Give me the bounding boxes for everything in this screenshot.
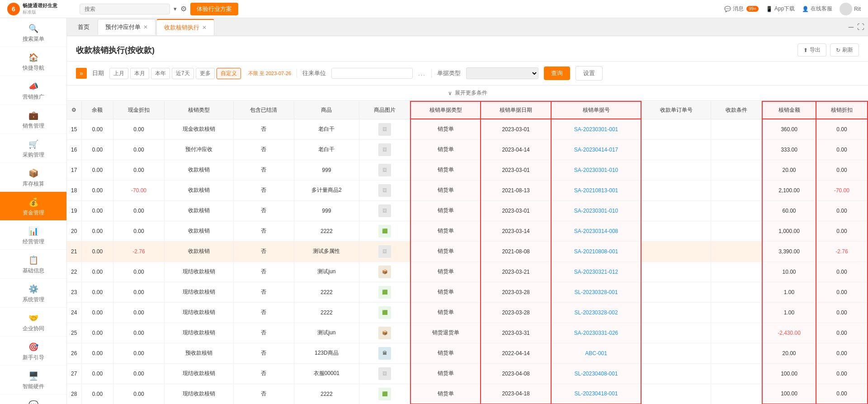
tab-receipts[interactable]: 收款核销执行 ✕	[156, 19, 214, 35]
td-verify-doc-date: 2023-03-01	[481, 119, 551, 139]
td-receipt-order	[641, 139, 711, 160]
td-verify-doc-no[interactable]: SA-20230321-012	[551, 261, 641, 282]
td-verify-discount: 0.00	[816, 200, 868, 221]
table-row: 26 0.00 0.00 预收款核销 否 123D商品 🏛 销货单 2022-0…	[67, 343, 868, 363]
td-verify-doc-no[interactable]: SL-20230328-001	[551, 282, 641, 302]
table-settings-button[interactable]: 设置	[576, 66, 603, 81]
td-verify-doc-type: 销货单	[410, 200, 481, 221]
gear-icon[interactable]: ⚙	[180, 5, 187, 13]
doc-no-link[interactable]: SA-20230321-012	[574, 269, 618, 275]
td-goods-image: 🟩	[359, 221, 410, 241]
doc-no-link[interactable]: SL-20230328-001	[575, 289, 618, 295]
doc-no-link[interactable]: SA-20210808-001	[574, 248, 618, 255]
sidebar-item-13[interactable]: 💬企业微信	[0, 394, 66, 404]
sidebar-item-11[interactable]: 🎯新手引导	[0, 337, 66, 366]
td-verify-amount: 1.00	[762, 302, 816, 323]
doc-no-link[interactable]: SA-20230301-001	[574, 126, 618, 133]
td-verify-doc-no[interactable]: SA-20230301-010	[551, 200, 641, 221]
td-verify-doc-no[interactable]: SA-20230331-026	[551, 323, 641, 343]
query-button[interactable]: 查询	[544, 67, 570, 80]
tab-minimize-btn[interactable]: ─	[849, 23, 854, 31]
sidebar-item-2[interactable]: 📣营销推广	[0, 76, 66, 105]
td-verify-doc-no[interactable]: ABC-001	[551, 343, 641, 363]
td-verify-discount: 0.00	[816, 323, 868, 343]
sidebar-item-9[interactable]: ⚙️系统管理	[0, 279, 66, 308]
sidebar-item-5[interactable]: 📦库存核算	[0, 163, 66, 192]
td-goods-image: 🏛	[359, 343, 410, 363]
partner-dots[interactable]: ...	[418, 70, 426, 77]
td-receipt-condition	[711, 119, 762, 139]
td-verify-doc-no[interactable]: SA-20230314-008	[551, 221, 641, 241]
sidebar-item-6[interactable]: 💰资金管理	[0, 192, 66, 221]
td-num: 24	[67, 302, 81, 323]
doc-no-link[interactable]: SL-20230408-001	[575, 371, 618, 377]
date-btn-last-month[interactable]: 上月	[109, 68, 128, 79]
td-verify-amount: 333.00	[762, 139, 816, 160]
td-verify-amount: -2,430.00	[762, 323, 816, 343]
sidebar-item-12[interactable]: 🖥️智能硬件	[0, 366, 66, 394]
td-verify-doc-no[interactable]: SL-20230418-001	[551, 384, 641, 404]
refresh-button[interactable]: ↻ 刷新	[830, 43, 859, 57]
tab-receipts-close[interactable]: ✕	[202, 24, 207, 31]
td-verify-type: 现结收款核销	[164, 363, 234, 384]
export-button[interactable]: ⬆ 导出	[797, 43, 826, 57]
sidebar-item-10[interactable]: 🤝企业协同	[0, 308, 66, 337]
doc-no-link[interactable]: SL-20230328-002	[575, 309, 618, 316]
logo-area: 6 畅捷通谱好生意 标准版	[7, 2, 74, 15]
online-service-label: 在线客服	[811, 5, 832, 13]
sidebar-item-4[interactable]: 🛒采购管理	[0, 134, 66, 163]
td-verify-doc-no[interactable]: SA-20230301-001	[551, 119, 641, 139]
sidebar-item-3[interactable]: 💼销售管理	[0, 105, 66, 134]
td-receipt-condition	[711, 160, 762, 180]
td-verify-doc-no[interactable]: SL-20230408-001	[551, 363, 641, 384]
td-receipt-condition	[711, 323, 762, 343]
online-service-item[interactable]: 👤 在线客服	[802, 5, 832, 13]
filter-expand-button[interactable]: »	[76, 68, 87, 79]
tab-prepay[interactable]: 预付冲应付单 ✕	[98, 19, 156, 35]
table-row: 15 0.00 0.00 现金收款核销 否 老白干 🖼 销货单 2023-03-…	[67, 119, 868, 139]
industry-button[interactable]: 体验行业方案	[190, 3, 238, 15]
sidebar-item-8[interactable]: 📋基础信息	[0, 250, 66, 279]
sidebar-icon-1: 🏠	[28, 52, 38, 62]
date-btn-7days[interactable]: 近7天	[172, 68, 194, 79]
doc-no-link[interactable]: SA-20230331-026	[574, 330, 618, 336]
td-verify-doc-no[interactable]: SL-20230328-002	[551, 302, 641, 323]
user-item[interactable]: Rit	[840, 3, 861, 15]
date-btn-more[interactable]: 更多	[196, 68, 215, 79]
doc-type-select[interactable]	[466, 67, 538, 79]
td-verify-doc-no[interactable]: SA-20230414-017	[551, 139, 641, 160]
partner-input[interactable]	[331, 68, 413, 79]
doc-no-link[interactable]: SL-20230418-001	[575, 390, 618, 397]
messages-item[interactable]: 💬 消息 99+	[724, 5, 759, 13]
sidebar-label-8: 基础信息	[23, 267, 44, 275]
expand-conditions-bar[interactable]: ∨ 展开更多条件	[67, 86, 868, 101]
td-receipt-condition	[711, 241, 762, 261]
td-verify-doc-type: 销货单	[410, 363, 481, 384]
tab-prepay-close[interactable]: ✕	[143, 24, 148, 30]
doc-no-link[interactable]: SA-20230301-010	[574, 208, 618, 214]
doc-no-link[interactable]: SA-20230301-010	[574, 167, 618, 173]
sidebar-item-1[interactable]: 🏠快捷导航	[0, 47, 66, 76]
td-verify-doc-no[interactable]: SA-20230301-010	[551, 160, 641, 180]
dropdown-icon[interactable]: ▾	[174, 5, 177, 12]
td-verify-amount: 100.00	[762, 363, 816, 384]
td-include-settled: 否	[234, 282, 294, 302]
doc-no-link[interactable]: ABC-001	[585, 350, 607, 356]
tab-maximize-btn[interactable]: ⛶	[857, 23, 864, 31]
td-verify-doc-no[interactable]: SA-20210813-001	[551, 180, 641, 200]
date-btn-this-month[interactable]: 本月	[130, 68, 149, 79]
sidebar-icon-0: 🔍	[28, 24, 38, 33]
td-balance: 0.00	[81, 302, 113, 323]
doc-no-link[interactable]: SA-20230414-017	[574, 147, 618, 153]
sidebar-item-7[interactable]: 📊经营管理	[0, 221, 66, 250]
doc-no-link[interactable]: SA-20210813-001	[574, 187, 618, 194]
doc-no-link[interactable]: SA-20230314-008	[574, 228, 618, 234]
search-input[interactable]	[80, 4, 170, 14]
date-btn-this-year[interactable]: 本年	[151, 68, 170, 79]
td-verify-discount: 0.00	[816, 139, 868, 160]
app-download-item[interactable]: 📱 App下载	[766, 5, 795, 13]
tab-home[interactable]: 首页	[71, 19, 97, 35]
td-verify-doc-no[interactable]: SA-20210808-001	[551, 241, 641, 261]
sidebar-item-0[interactable]: 🔍搜索菜单	[0, 18, 66, 47]
date-btn-custom[interactable]: 自定义	[217, 68, 241, 79]
